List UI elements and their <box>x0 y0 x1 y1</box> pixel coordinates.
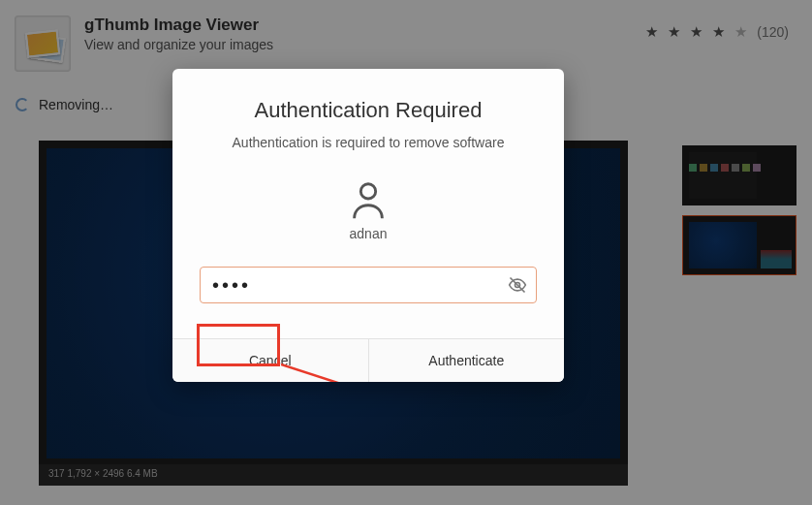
eye-off-icon[interactable] <box>499 267 536 303</box>
username-label: adnan <box>172 226 564 241</box>
dialog-subtitle: Authentication is required to remove sof… <box>192 135 545 150</box>
cancel-button[interactable]: Cancel <box>172 339 368 382</box>
auth-dialog: Authentication Required Authentication i… <box>172 69 564 382</box>
dialog-actions: Cancel Authenticate <box>172 338 564 382</box>
password-field-wrap <box>200 267 537 303</box>
svg-point-0 <box>360 184 375 199</box>
password-input[interactable] <box>201 268 499 302</box>
user-icon <box>346 177 390 222</box>
dialog-title: Authentication Required <box>192 98 545 123</box>
authenticate-button[interactable]: Authenticate <box>368 339 565 382</box>
